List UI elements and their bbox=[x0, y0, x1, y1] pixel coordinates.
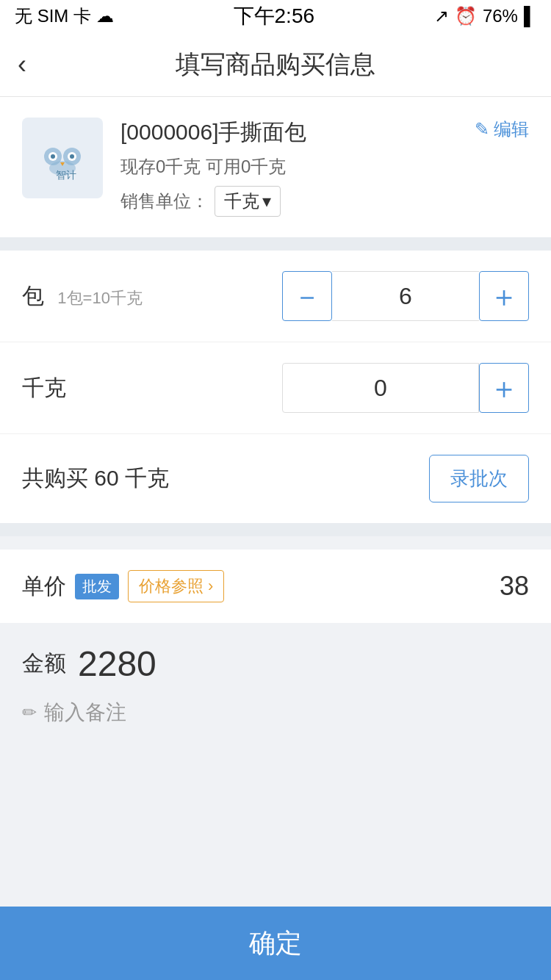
no-sim-text: 无 SIM 卡 ☁ bbox=[15, 4, 114, 28]
total-label: 共购买 60 千克 bbox=[22, 464, 169, 494]
product-name: [0000006]手撕面包 bbox=[120, 118, 529, 148]
chevron-down-icon: ▾ bbox=[262, 191, 271, 212]
package-qty-control: － ＋ bbox=[282, 271, 529, 321]
divider-1 bbox=[0, 237, 551, 251]
price-left: 单价 批发 价格参照 › bbox=[22, 570, 224, 602]
product-unit-row: 销售单位： 千克 ▾ bbox=[120, 186, 529, 217]
svg-point-4 bbox=[51, 154, 55, 159]
alarm-icon: ⏰ bbox=[455, 6, 477, 26]
confirm-button-label: 确定 bbox=[249, 926, 302, 962]
package-qty-input[interactable] bbox=[332, 271, 479, 321]
kilogram-qty-control: ＋ bbox=[282, 363, 529, 413]
product-image-icon: 智计 bbox=[37, 136, 88, 180]
product-thumbnail: 智计 bbox=[22, 118, 103, 198]
svg-text:智计: 智计 bbox=[56, 169, 76, 180]
edit-button[interactable]: ✎ 编辑 bbox=[475, 118, 529, 141]
product-card: 智计 [0000006]手撕面包 现存0千克 可用0千克 销售单位： 千克 ▾ … bbox=[0, 97, 551, 237]
product-stock: 现存0千克 可用0千克 bbox=[120, 155, 529, 179]
package-label: 包 1包=10千克 bbox=[22, 281, 282, 311]
kilogram-label: 千克 bbox=[22, 373, 282, 403]
status-left: 无 SIM 卡 ☁ bbox=[15, 4, 114, 28]
amount-value: 2280 bbox=[78, 644, 156, 684]
price-ref-button[interactable]: 价格参照 › bbox=[128, 570, 224, 602]
svg-point-5 bbox=[70, 154, 74, 159]
price-label: 单价 bbox=[22, 572, 66, 602]
price-section: 单价 批发 价格参照 › 38 bbox=[0, 550, 551, 623]
amount-section: 金额 2280 ✏ 输入备注 bbox=[0, 623, 551, 744]
divider-2 bbox=[0, 523, 551, 536]
pencil-icon: ✏ bbox=[22, 702, 37, 723]
edit-label: 编辑 bbox=[494, 118, 529, 141]
nav-bar: ‹ 填写商品购买信息 bbox=[0, 32, 551, 97]
remark-row[interactable]: ✏ 输入备注 bbox=[22, 699, 529, 744]
status-right: ↗ ⏰ 76% ▌ bbox=[434, 6, 536, 26]
unit-label: 销售单位： bbox=[120, 190, 209, 213]
page-title: 填写商品购买信息 bbox=[176, 48, 375, 82]
product-info: [0000006]手撕面包 现存0千克 可用0千克 销售单位： 千克 ▾ bbox=[120, 118, 529, 217]
price-badge: 批发 bbox=[75, 574, 119, 599]
package-row: 包 1包=10千克 － ＋ bbox=[0, 251, 551, 342]
unit-value: 千克 bbox=[224, 190, 259, 213]
kilogram-qty-input[interactable] bbox=[282, 363, 479, 413]
status-bar: 无 SIM 卡 ☁ 下午2:56 ↗ ⏰ 76% ▌ bbox=[0, 0, 551, 32]
kilogram-row: 千克 ＋ bbox=[0, 342, 551, 434]
package-minus-button[interactable]: － bbox=[282, 271, 332, 321]
location-icon: ↗ bbox=[434, 6, 449, 26]
edit-icon: ✎ bbox=[475, 119, 489, 140]
total-row: 共购买 60 千克 录批次 bbox=[0, 434, 551, 523]
price-value: 38 bbox=[500, 571, 529, 602]
batch-button[interactable]: 录批次 bbox=[429, 455, 529, 502]
battery-icon: ▌ bbox=[524, 6, 536, 26]
amount-row: 金额 2280 bbox=[22, 644, 529, 699]
amount-label: 金额 bbox=[22, 649, 66, 679]
input-section: 包 1包=10千克 － ＋ 千克 ＋ bbox=[0, 251, 551, 434]
remark-text: 输入备注 bbox=[44, 699, 126, 727]
status-time: 下午2:56 bbox=[234, 2, 315, 30]
back-button[interactable]: ‹ bbox=[18, 49, 26, 80]
price-row: 单价 批发 价格参照 › 38 bbox=[22, 570, 529, 602]
kilogram-plus-button[interactable]: ＋ bbox=[479, 363, 529, 413]
package-hint: 1包=10千克 bbox=[57, 289, 143, 307]
confirm-button[interactable]: 确定 bbox=[0, 907, 551, 980]
battery-text: 76% bbox=[483, 6, 518, 26]
unit-selector[interactable]: 千克 ▾ bbox=[215, 186, 281, 217]
package-plus-button[interactable]: ＋ bbox=[479, 271, 529, 321]
